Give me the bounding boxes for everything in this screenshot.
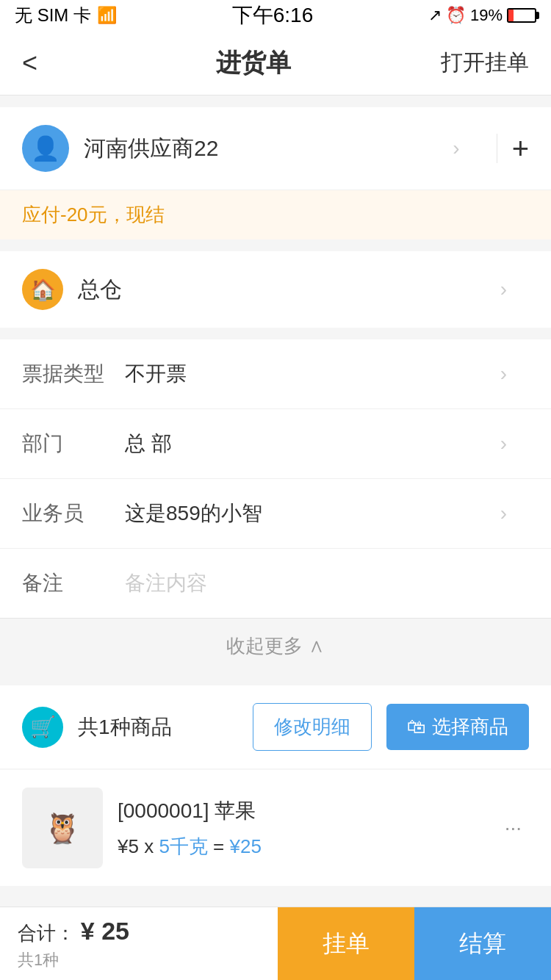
product-info: [0000001] 苹果 ¥5 x 5千克 = ¥25 [118,797,483,860]
bottom-bar: 合计： ¥ 25 共1种 挂单 结算 [0,907,551,980]
form-row-department[interactable]: 部门 总 部 › [0,409,551,479]
battery-fill [508,10,514,21]
battery-icon [507,8,536,23]
remark-label: 备注 [22,569,110,597]
supplier-row[interactable]: 👤 河南供应商22 › + [0,107,551,190]
product-thumb-icon: 🦉 [44,811,81,846]
form-row-salesperson[interactable]: 业务员 这是859的小智 › [0,479,551,549]
product-id: [0000001] [118,799,215,822]
back-button[interactable]: < [22,48,66,79]
supplier-name: 河南供应商22 [84,134,453,164]
product-price: ¥5 x 5千克 = ¥25 [118,834,483,860]
form-row-invoice[interactable]: 票据类型 不开票 › [0,339,551,409]
chevron-right-icon: › [500,432,507,455]
unit-price: ¥5 x [118,835,159,857]
chevron-right-icon: › [453,137,459,160]
warehouse-section[interactable]: 🏠 总仓 › [0,251,551,328]
status-right: ↗ ⏰ 19% [428,6,536,25]
products-header: 🛒 共1种商品 修改明细 🛍 选择商品 [0,685,551,768]
collapse-text: 收起更多 ∧ [226,635,324,657]
chevron-right-icon: › [500,502,507,525]
chevron-right-icon: › [500,362,507,386]
select-product-button[interactable]: 🛍 选择商品 [386,704,529,750]
invoice-type-label: 票据类型 [22,360,110,388]
total-label: 合计： [18,922,75,944]
supplier-avatar: 👤 [22,125,69,172]
subtotal: ¥25 [230,835,262,857]
chevron-right-icon: › [500,278,507,301]
quantity: 5千克 [159,835,207,857]
total-row: 合计： ¥ 25 [18,917,260,946]
gps-icon: ↗ [428,6,442,25]
info-banner-text: 应付-20元，现结 [22,203,165,226]
product-title: 苹果 [215,799,256,822]
remark-input[interactable]: 备注内容 [110,569,529,597]
cart-icon: 🛒 [30,715,56,739]
divider [497,134,497,163]
open-hang-button[interactable]: 打开挂单 [441,48,529,78]
battery-percent: 19% [470,6,503,25]
warehouse-icon-symbol: 🏠 [30,278,56,302]
avatar-icon: 👤 [31,134,60,162]
product-more-button[interactable]: ··· [497,809,529,847]
form-section: 票据类型 不开票 › 部门 总 部 › 业务员 这是859的小智 › 备注 备注… [0,339,551,618]
status-bar: 无 SIM 卡 📶 下午6:16 ↗ ⏰ 19% [0,0,551,31]
total-count: 共1种 [18,949,260,971]
warehouse-name: 总仓 [78,275,500,305]
checkout-button[interactable]: 结算 [414,907,551,980]
add-supplier-button[interactable]: + [512,134,529,163]
department-label: 部门 [22,430,110,458]
alarm-icon: ⏰ [446,6,466,25]
select-product-label: 选择商品 [432,714,508,740]
products-icon: 🛒 [22,707,63,748]
time-label: 下午6:16 [232,1,314,29]
form-row-remark[interactable]: 备注 备注内容 [0,549,551,618]
product-item: 🦉 [0000001] 苹果 ¥5 x 5千克 = ¥25 ··· [0,770,551,886]
select-product-icon: 🛍 [407,716,426,738]
wifi-icon: 📶 [97,6,117,25]
status-left: 无 SIM 卡 📶 [15,4,117,27]
supplier-section: 👤 河南供应商22 › + 应付-20元，现结 [0,107,551,239]
nav-bar: < 进货单 打开挂单 [0,31,551,96]
salesperson-label: 业务员 [22,500,110,527]
warehouse-icon: 🏠 [22,269,63,310]
products-count: 共1种商品 [78,713,238,741]
total-amount: ¥ 25 [81,917,129,945]
info-banner: 应付-20元，现结 [0,190,551,239]
product-name: [0000001] 苹果 [118,797,483,825]
edit-detail-button[interactable]: 修改明细 [253,703,372,751]
hang-button[interactable]: 挂单 [278,907,414,980]
collapse-bar[interactable]: 收起更多 ∧ [0,618,551,674]
invoice-type-value: 不开票 [110,360,500,388]
product-thumbnail: 🦉 [22,788,103,868]
salesperson-value: 这是859的小智 [110,500,500,527]
department-value: 总 部 [110,430,500,458]
page-title: 进货单 [216,46,291,80]
total-section: 合计： ¥ 25 共1种 [0,907,278,980]
carrier-label: 无 SIM 卡 [15,4,91,27]
equals: = [213,835,229,857]
